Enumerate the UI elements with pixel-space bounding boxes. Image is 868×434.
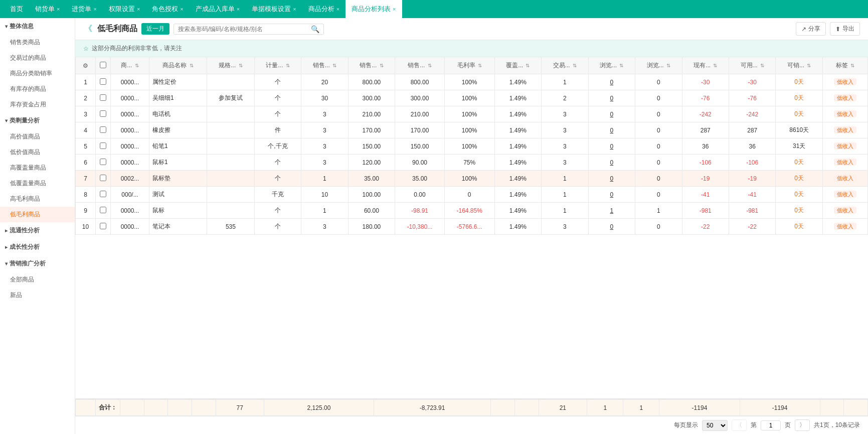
nav-item-analysis-list[interactable]: 商品分析列表 × <box>345 0 402 18</box>
sidebar-item-low-coverage[interactable]: 低覆盖量商品 <box>0 176 75 191</box>
row-name[interactable]: 属性定价 <box>149 74 207 90</box>
row-name[interactable]: 橡皮擦 <box>149 122 207 138</box>
col-sales-qty[interactable]: 销售... ⇅ <box>301 57 348 74</box>
sidebar-item-new-products[interactable]: 新品 <box>0 287 75 303</box>
row-checkbox[interactable] <box>100 110 106 117</box>
row-checkbox-cell[interactable] <box>96 219 111 235</box>
row-name[interactable]: 吴细细1 <box>149 90 207 106</box>
row-checkbox-cell[interactable] <box>96 106 111 122</box>
nav-item-role[interactable]: 角色授权 × <box>146 0 189 18</box>
close-icon[interactable]: × <box>336 6 339 12</box>
sidebar-item-traded-products[interactable]: 交易过的商品 <box>0 50 75 66</box>
col-view2[interactable]: 浏览... ⇅ <box>635 57 682 74</box>
col-checkbox[interactable] <box>96 57 111 74</box>
row-checkbox-cell[interactable] <box>96 122 111 138</box>
period-button[interactable]: 近一月 <box>141 23 169 35</box>
row-view1[interactable]: 0 <box>588 155 635 171</box>
col-sales-profit[interactable]: 销售... ⇅ <box>395 57 445 74</box>
row-checkbox[interactable] <box>100 223 106 229</box>
row-name[interactable]: 测试 <box>149 187 207 203</box>
row-name[interactable]: 笔记本 <box>149 219 207 235</box>
nav-item-home[interactable]: 首页 <box>4 0 29 18</box>
row-checkbox[interactable] <box>100 94 106 101</box>
row-view1[interactable]: 0 <box>588 122 635 138</box>
search-input[interactable] <box>178 26 311 33</box>
nav-item-product-analysis[interactable]: 商品分析 × <box>302 0 345 18</box>
sidebar-group-overall[interactable]: ▾ 整体信息 <box>0 18 75 35</box>
row-checkbox[interactable] <box>100 207 106 213</box>
row-view1[interactable]: 0 <box>588 74 635 90</box>
close-icon[interactable]: × <box>180 6 183 12</box>
sidebar-item-high-margin[interactable]: 高毛利商品 <box>0 191 75 207</box>
row-checkbox[interactable] <box>100 126 106 133</box>
row-view1[interactable]: 0 <box>588 106 635 122</box>
row-checkbox-cell[interactable] <box>96 203 111 219</box>
nav-item-template[interactable]: 单据模板设置 × <box>246 0 302 18</box>
col-unit[interactable]: 计量... ⇅ <box>254 57 301 74</box>
close-icon[interactable]: × <box>237 6 240 12</box>
col-name[interactable]: 商品名称 ⇅ <box>149 57 207 74</box>
sidebar-group-growth[interactable]: ▸ 成长性分析 <box>0 239 75 255</box>
row-view1[interactable]: 0 <box>588 187 635 203</box>
col-spec[interactable]: 规格... ⇅ <box>207 57 255 74</box>
sidebar-group-marketing[interactable]: ▾ 营销推广分析 <box>0 255 75 272</box>
share-button[interactable]: ↗ 分享 <box>796 22 826 36</box>
row-view1[interactable]: 1 <box>588 203 635 219</box>
col-saleable[interactable]: 可销... ⇅ <box>776 57 822 74</box>
row-checkbox-cell[interactable] <box>96 138 111 155</box>
collapse-sidebar-button[interactable]: 《 <box>83 23 93 35</box>
current-page-input[interactable] <box>761 420 781 430</box>
row-checkbox-cell[interactable] <box>96 171 111 187</box>
row-name[interactable]: 鼠标垫 <box>149 171 207 187</box>
sidebar-item-low-value[interactable]: 低价值商品 <box>0 144 75 160</box>
col-coverage[interactable]: 覆盖... ⇅ <box>494 57 541 74</box>
sidebar-item-all-products[interactable]: 全部商品 <box>0 272 75 287</box>
col-available[interactable]: 可用... ⇅ <box>729 57 775 74</box>
sidebar-item-low-margin[interactable]: 低毛利商品 <box>0 207 75 222</box>
nav-item-purchase[interactable]: 进货单 × <box>66 0 102 18</box>
col-settings[interactable]: ⚙ <box>76 57 96 74</box>
row-name[interactable]: 铅笔1 <box>149 138 207 155</box>
col-sales-amount[interactable]: 销售... ⇅ <box>348 57 395 74</box>
sidebar-item-high-coverage[interactable]: 高覆盖量商品 <box>0 160 75 176</box>
sidebar-item-stock-funds[interactable]: 库存资金占用 <box>0 97 75 112</box>
sidebar-item-in-stock[interactable]: 有库存的商品 <box>0 81 75 97</box>
row-checkbox-cell[interactable] <box>96 74 111 90</box>
row-checkbox[interactable] <box>100 191 106 197</box>
col-current[interactable]: 现有... ⇅ <box>682 57 729 74</box>
row-checkbox-cell[interactable] <box>96 155 111 171</box>
row-checkbox[interactable] <box>100 159 106 165</box>
close-icon[interactable]: × <box>293 6 296 12</box>
nav-item-product-entry[interactable]: 产成品入库单 × <box>190 0 246 18</box>
col-trade[interactable]: 交易... ⇅ <box>542 57 588 74</box>
nav-item-permission[interactable]: 权限设置 × <box>103 0 146 18</box>
next-page-button[interactable]: 〉 <box>795 419 810 431</box>
prev-page-button[interactable]: 〈 <box>732 419 747 431</box>
close-icon[interactable]: × <box>137 6 140 12</box>
col-tag[interactable]: 标签 ⇅ <box>822 57 867 74</box>
close-icon[interactable]: × <box>393 6 396 12</box>
sidebar-group-remaining[interactable]: ▾ 类剩量分析 <box>0 112 75 129</box>
select-all-checkbox[interactable] <box>100 62 106 68</box>
row-view1[interactable]: 0 <box>588 219 635 235</box>
row-view1[interactable]: 0 <box>588 138 635 155</box>
col-code[interactable]: 商... ⇅ <box>111 57 149 74</box>
settings-icon[interactable]: ⚙ <box>83 62 88 69</box>
page-size-select[interactable]: 50 100 200 <box>702 420 728 431</box>
sidebar-item-high-value[interactable]: 高价值商品 <box>0 129 75 144</box>
sidebar-item-category-rate[interactable]: 商品分类助销率 <box>0 66 75 81</box>
row-view1[interactable]: 0 <box>588 171 635 187</box>
sidebar-item-sales-products[interactable]: 销售类商品 <box>0 35 75 50</box>
row-checkbox[interactable] <box>100 142 106 149</box>
col-view1[interactable]: 浏览... ⇅ <box>588 57 635 74</box>
row-name[interactable]: 鼠标1 <box>149 155 207 171</box>
row-name[interactable]: 鼠标 <box>149 203 207 219</box>
sidebar-group-circulation[interactable]: ▸ 流通性分析 <box>0 222 75 239</box>
row-checkbox[interactable] <box>100 175 106 181</box>
row-name[interactable]: 电话机 <box>149 106 207 122</box>
row-view1[interactable]: 0 <box>588 90 635 106</box>
row-checkbox-cell[interactable] <box>96 187 111 203</box>
search-icon[interactable]: 🔍 <box>311 25 319 33</box>
nav-item-sales[interactable]: 销货单 × <box>29 0 66 18</box>
col-gross-margin[interactable]: 毛利率 ⇅ <box>444 57 494 74</box>
